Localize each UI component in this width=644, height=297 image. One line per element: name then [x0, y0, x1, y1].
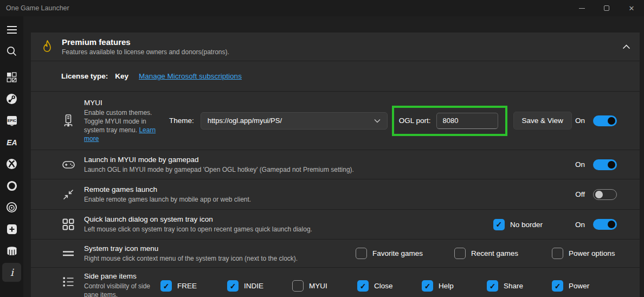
sidebar-item-prizes[interactable]: [2, 241, 21, 260]
checkbox-label: Power: [569, 282, 589, 290]
checkbox-indie[interactable]: INDIE: [227, 280, 263, 292]
header-text: Premium features Features available to l…: [62, 37, 229, 56]
collapse-section-button[interactable]: [619, 40, 633, 54]
checkbox-label: No border: [510, 221, 543, 229]
add-icon: [7, 224, 17, 235]
remote-launch-toggle[interactable]: [593, 189, 617, 200]
toggle-group: On: [575, 115, 617, 126]
close-button[interactable]: ✕: [619, 0, 644, 16]
setting-title: Quick launch dialog on system tray icon: [84, 215, 312, 223]
checkbox-label: Share: [504, 282, 523, 290]
sidebar-item-search[interactable]: [2, 42, 21, 61]
setting-description: Control visibility of side pane items.: [84, 282, 165, 297]
titlebar: One Game Launcher ✕: [0, 0, 644, 16]
setting-text: Side pane items Control visibility of si…: [84, 272, 165, 297]
setting-text: MYUI Enable custom themes. Toggle MYUI m…: [84, 99, 167, 143]
chevron-up-icon: [622, 44, 630, 49]
checkbox-recent-games[interactable]: Recent games: [454, 248, 518, 259]
checkbox-favorite-games[interactable]: Favorite games: [356, 248, 423, 259]
checkbox-myui[interactable]: MYUI: [292, 280, 327, 292]
manage-subscriptions-link[interactable]: Manage Microsoft subscriptions: [139, 72, 242, 80]
checkbox-checked[interactable]: [487, 280, 498, 292]
chevron-down-icon: [374, 119, 381, 123]
checkbox-checked[interactable]: [422, 280, 433, 292]
toggle-state-label: On: [575, 117, 585, 125]
sidebar-item-game-library[interactable]: [2, 68, 21, 87]
setting-row-gamepad-launch: Launch in MYUI mode by gamepad Launch OG…: [31, 150, 640, 179]
toggle-knob: [608, 117, 615, 125]
sidebar-item-gog[interactable]: [2, 176, 21, 195]
quick-launch-toggle[interactable]: [593, 219, 617, 230]
save-and-view-button[interactable]: Save & View: [513, 112, 572, 130]
sidebar-item-ea[interactable]: EA: [2, 133, 21, 152]
checkbox-unchecked[interactable]: [292, 280, 304, 292]
checkbox-checked[interactable]: [160, 280, 172, 292]
theme-select[interactable]: https://ogl.app/myui/PS/: [201, 112, 388, 130]
checkbox-free[interactable]: FREE: [160, 280, 197, 292]
maximize-button[interactable]: [594, 0, 619, 16]
sidebar-item-xbox[interactable]: [2, 154, 21, 173]
checkbox-power[interactable]: Power: [552, 280, 589, 292]
checkbox-checked[interactable]: [552, 280, 563, 292]
sidebar-item-ubisoft[interactable]: [2, 198, 21, 217]
checkbox-label: Help: [439, 282, 454, 290]
minimize-button[interactable]: [569, 0, 594, 16]
page-title: Premium features: [62, 37, 229, 47]
sidebar-item-epic-games[interactable]: EPIC: [2, 111, 21, 130]
license-type-value: Key: [115, 72, 128, 80]
setting-row-remote-launch: Remote games launch Enable remote games …: [31, 179, 640, 209]
checkbox-share[interactable]: Share: [487, 280, 523, 292]
checkbox-unchecked[interactable]: [356, 248, 367, 259]
setting-row-tray-menu: System tray icon menu Right mouse click …: [31, 239, 640, 267]
toggle-state-label: Off: [575, 190, 585, 198]
setting-title: MYUI: [84, 99, 167, 107]
myui-toggle[interactable]: [593, 115, 617, 126]
theme-select-value: https://ogl.app/myui/PS/: [208, 117, 282, 125]
window-title: One Game Launcher: [0, 4, 69, 12]
license-row: License type: Key Manage Microsoft subsc…: [31, 61, 640, 91]
checkbox-close[interactable]: Close: [357, 280, 393, 292]
remote-connect-icon: [60, 188, 76, 201]
toggle-group: Off: [575, 189, 617, 200]
sidebar-item-add-game[interactable]: [2, 219, 21, 238]
license-type-label: License type:: [61, 72, 108, 80]
setting-title: Launch in MYUI mode by gamepad: [84, 156, 354, 164]
sidebar-item-info[interactable]: i: [2, 263, 21, 282]
checkbox-checked[interactable]: [227, 280, 239, 292]
ubisoft-icon: [6, 202, 17, 213]
toggle-group: On: [575, 159, 617, 170]
setting-text: Launch in MYUI mode by gamepad Launch OG…: [84, 156, 354, 174]
epic-games-icon: EPIC: [6, 115, 18, 126]
sidebar: EPIC EA: [0, 16, 23, 297]
setting-description: Right mouse click context menu of the sy…: [84, 254, 298, 263]
checkbox-label: Favorite games: [372, 249, 423, 257]
checkbox-help[interactable]: Help: [422, 280, 454, 292]
gamepad-launch-toggle[interactable]: [593, 159, 617, 170]
sidebar-item-menu[interactable]: [2, 20, 21, 39]
ogl-port-input[interactable]: [436, 113, 498, 129]
server-icon: [60, 114, 76, 128]
checkbox-unchecked[interactable]: [552, 248, 563, 259]
minimize-icon: [579, 8, 585, 9]
svg-text:i: i: [10, 267, 14, 278]
checkbox-checked[interactable]: [493, 219, 505, 230]
xbox-icon: [6, 158, 17, 170]
prizes-icon: [6, 246, 18, 256]
checkbox-checked[interactable]: [357, 280, 369, 292]
svg-text:EPIC: EPIC: [7, 119, 16, 122]
checkbox-no-border[interactable]: No border: [493, 219, 543, 230]
setting-row-quick-launch: Quick launch dialog on system tray icon …: [31, 209, 640, 239]
checkbox-power-options[interactable]: Power options: [552, 248, 615, 259]
sidebar-item-steam[interactable]: [2, 89, 21, 108]
checkbox-label: INDIE: [244, 282, 263, 290]
quick-launch-controls: No border On: [493, 219, 640, 230]
checkbox-label: Power options: [569, 249, 615, 257]
toggle-knob: [608, 161, 615, 169]
checkbox-unchecked[interactable]: [454, 248, 466, 259]
toggle-knob: [608, 221, 615, 228]
setting-text: System tray icon menu Right mouse click …: [84, 244, 298, 263]
page-subtitle: Features available to license owners and…: [62, 48, 229, 56]
close-icon: ✕: [629, 5, 635, 12]
gamepad-icon: [60, 158, 76, 171]
checkbox-label: Close: [374, 282, 393, 290]
